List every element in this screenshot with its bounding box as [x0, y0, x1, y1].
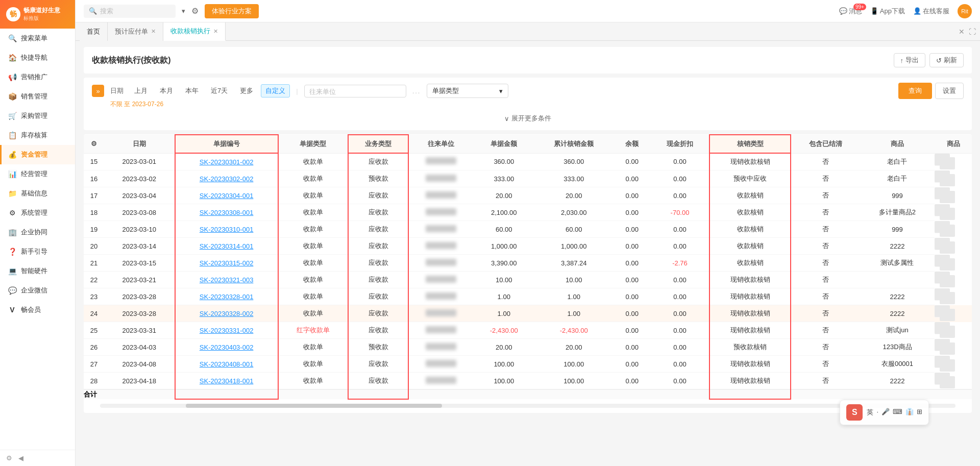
- tab-close-all[interactable]: ✕: [959, 28, 965, 36]
- cell-doc-no[interactable]: SK-20230310-001: [175, 221, 278, 238]
- settings-icon[interactable]: ⚙: [6, 454, 12, 462]
- query-btn[interactable]: 查询: [898, 83, 932, 99]
- user-avatar[interactable]: Rit: [958, 4, 972, 18]
- cell-doc-no[interactable]: SK-20230301-002: [175, 153, 278, 170]
- table-row[interactable]: 212023-03-15SK-20230315-002收款单应收款3,390.0…: [84, 255, 972, 272]
- cell-doc-no[interactable]: SK-20230315-002: [175, 255, 278, 272]
- cell-doc-no[interactable]: SK-20230418-001: [175, 373, 278, 390]
- sidebar-item-system[interactable]: ⚙ 系统管理: [0, 203, 75, 223]
- date-more[interactable]: 更多: [235, 84, 258, 97]
- sidebar-item-search[interactable]: 🔍 搜索菜单: [0, 29, 75, 48]
- date-custom[interactable]: 自定义: [261, 84, 290, 97]
- sidebar-item-marketing[interactable]: 📢 营销推广: [0, 67, 75, 87]
- cell-doc-no[interactable]: SK-20230408-001: [175, 356, 278, 373]
- collection-tab-close[interactable]: ✕: [213, 28, 218, 35]
- col-discount[interactable]: 现金折扣: [651, 135, 710, 153]
- sidebar-item-quick[interactable]: 🏠 快捷导航: [0, 48, 75, 67]
- sidebar-item-guide[interactable]: ❓ 新手引导: [0, 242, 75, 261]
- online-service-btn[interactable]: 👤 在线客服: [913, 7, 949, 16]
- sidebar-item-operations[interactable]: 📊 经营管理: [0, 164, 75, 184]
- col-unit[interactable]: 往来单位: [408, 135, 474, 153]
- filter-toggle[interactable]: »: [92, 85, 104, 97]
- cell-doc-no[interactable]: SK-20230314-001: [175, 238, 278, 255]
- date-this-month[interactable]: 本月: [155, 84, 178, 97]
- cell-doc-no[interactable]: SK-20230328-002: [175, 305, 278, 322]
- date-this-year[interactable]: 本年: [181, 84, 203, 97]
- cell-doc-no[interactable]: SK-20230308-001: [175, 204, 278, 221]
- filter-settings-btn[interactable]: 设置: [935, 83, 964, 99]
- col-doc-type[interactable]: 单据类型: [278, 135, 349, 153]
- doc-no-link[interactable]: SK-20230310-001: [200, 226, 254, 233]
- table-row[interactable]: 182023-03-08SK-20230308-001收款单应收款2,100.0…: [84, 204, 972, 221]
- industry-btn[interactable]: 体验行业方案: [205, 4, 259, 18]
- doc-no-link[interactable]: SK-20230418-001: [200, 377, 254, 385]
- doc-no-link[interactable]: SK-20230302-002: [200, 175, 254, 183]
- export-btn[interactable]: ↑ 导出: [894, 53, 926, 67]
- doc-no-link[interactable]: SK-20230331-002: [200, 327, 254, 334]
- table-row[interactable]: 232023-03-28SK-20230328-001收款单应收款1.001.0…: [84, 288, 972, 305]
- sidebar-item-enterprise[interactable]: 🏢 企业协同: [0, 223, 75, 242]
- app-download-btn[interactable]: 📱 App下载: [870, 7, 905, 16]
- expand-conditions[interactable]: ∨ 展开更多条件: [92, 112, 964, 125]
- horizontal-scrollbar[interactable]: [100, 404, 955, 408]
- doc-no-link[interactable]: SK-20230403-002: [200, 344, 254, 351]
- table-row[interactable]: 152023-03-01SK-20230301-002收款单应收款360.003…: [84, 153, 972, 170]
- doc-no-link[interactable]: SK-20230301-002: [200, 158, 254, 166]
- date-last-month[interactable]: 上月: [130, 84, 152, 97]
- sidebar-item-sales[interactable]: 📦 销售管理: [0, 87, 75, 106]
- col-verified[interactable]: 累计核销金额: [534, 135, 614, 153]
- table-row[interactable]: 192023-03-10SK-20230310-001收款单应收款60.0060…: [84, 221, 972, 238]
- col-goods2[interactable]: 商品: [935, 135, 972, 153]
- table-row[interactable]: 272023-04-08SK-20230408-001收款单应收款100.001…: [84, 356, 972, 373]
- col-biz-type[interactable]: 业务类型: [348, 135, 408, 153]
- doc-no-link[interactable]: SK-20230304-001: [200, 192, 254, 200]
- tab-payable[interactable]: 预计应付单 ✕: [108, 22, 163, 41]
- notification-btn[interactable]: 💬 消息 99+: [839, 7, 862, 16]
- table-row[interactable]: 172023-03-04SK-20230304-001收款单应收款20.0020…: [84, 187, 972, 204]
- doc-no-link[interactable]: SK-20230314-001: [200, 242, 254, 250]
- payable-tab-close[interactable]: ✕: [151, 28, 156, 35]
- cell-doc-no[interactable]: SK-20230321-003: [175, 272, 278, 288]
- table-row[interactable]: 222023-03-21SK-20230321-003收款单应收款10.0010…: [84, 272, 972, 288]
- collapse-icon[interactable]: ◀: [18, 454, 23, 462]
- tab-home[interactable]: 首页: [80, 22, 108, 41]
- doc-no-link[interactable]: SK-20230328-001: [200, 293, 254, 301]
- table-row[interactable]: 282023-04-18SK-20230418-001收款单应收款100.001…: [84, 373, 972, 390]
- topbar-dropdown[interactable]: ▾: [182, 7, 185, 15]
- col-goods[interactable]: 商品: [860, 135, 935, 153]
- table-row[interactable]: 202023-03-14SK-20230314-001收款单应收款1,000.0…: [84, 238, 972, 255]
- sidebar-item-inventory[interactable]: 📋 库存核算: [0, 126, 75, 145]
- sidebar-item-hardware[interactable]: 💻 智能硬件: [0, 261, 75, 281]
- table-row[interactable]: 162023-03-02SK-20230302-002收款单预收款333.003…: [84, 170, 972, 187]
- gear-icon[interactable]: ⚙: [191, 6, 199, 16]
- col-verify-type[interactable]: 核销类型: [709, 135, 790, 153]
- topbar-search[interactable]: 🔍 搜索: [84, 5, 176, 18]
- col-amount[interactable]: 单据金额: [474, 135, 534, 153]
- col-include-settled[interactable]: 包含已结清: [791, 135, 860, 153]
- scrollbar-thumb[interactable]: [186, 404, 443, 408]
- col-doc-no[interactable]: 单据编号: [175, 135, 278, 153]
- table-row[interactable]: 252023-03-31SK-20230331-002红字收款单应收款-2,43…: [84, 322, 972, 339]
- col-date[interactable]: 日期: [104, 135, 175, 153]
- sidebar-item-basic[interactable]: 📁 基础信息: [0, 184, 75, 203]
- col-gear[interactable]: ⚙: [84, 135, 104, 153]
- doc-no-link[interactable]: SK-20230321-003: [200, 276, 254, 284]
- cell-doc-no[interactable]: SK-20230304-001: [175, 187, 278, 204]
- doc-no-link[interactable]: SK-20230315-002: [200, 259, 254, 267]
- cell-doc-no[interactable]: SK-20230302-002: [175, 170, 278, 187]
- refresh-btn[interactable]: ↺ 刷新: [929, 53, 964, 67]
- cell-doc-no[interactable]: SK-20230328-001: [175, 288, 278, 305]
- sidebar-item-finance[interactable]: 💰 资金管理: [0, 145, 75, 164]
- sidebar-item-member[interactable]: V 畅会员: [0, 300, 75, 320]
- sidebar-item-wechat[interactable]: 💬 企业微信: [0, 281, 75, 300]
- sidebar-item-purchase[interactable]: 🛒 采购管理: [0, 106, 75, 126]
- tab-collection[interactable]: 收款核销执行 ✕: [163, 22, 226, 41]
- cell-doc-no[interactable]: SK-20230403-002: [175, 339, 278, 356]
- cell-doc-no[interactable]: SK-20230331-002: [175, 322, 278, 339]
- tab-expand[interactable]: ⛶: [969, 28, 976, 36]
- doc-no-link[interactable]: SK-20230308-001: [200, 209, 254, 216]
- type-select[interactable]: 单据类型 ▾: [427, 84, 508, 98]
- table-row[interactable]: 242023-03-28SK-20230328-002收款单应收款1.001.0…: [84, 305, 972, 322]
- table-row[interactable]: 262023-04-03SK-20230403-002收款单预收款20.0020…: [84, 339, 972, 356]
- doc-no-link[interactable]: SK-20230408-001: [200, 360, 254, 368]
